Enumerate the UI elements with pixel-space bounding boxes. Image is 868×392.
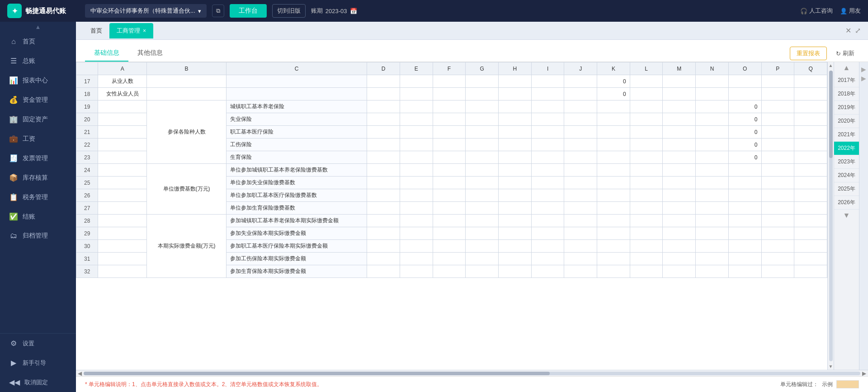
cell-i[interactable] bbox=[531, 164, 564, 177]
cell-n[interactable] bbox=[696, 253, 729, 265]
cell-l[interactable] bbox=[630, 202, 663, 215]
copy-icon-btn[interactable]: ⧉ bbox=[212, 5, 224, 17]
cell-k[interactable] bbox=[597, 164, 630, 177]
spreadsheet-container[interactable]: A B C D E F G H I J K L M bbox=[76, 62, 827, 370]
cell-g[interactable] bbox=[466, 265, 499, 278]
user-avatar[interactable]: 👤 用友 bbox=[840, 7, 861, 15]
tab-close-icon[interactable]: × bbox=[143, 28, 146, 34]
cell-n[interactable] bbox=[696, 202, 729, 215]
cell-m[interactable] bbox=[663, 126, 696, 139]
cell-q[interactable] bbox=[794, 88, 827, 100]
cell-q[interactable] bbox=[794, 164, 827, 177]
h-scroll-track[interactable] bbox=[84, 372, 860, 375]
cell-i[interactable] bbox=[531, 253, 564, 265]
v-scroll-thumb[interactable] bbox=[829, 71, 833, 158]
reset-report-button[interactable]: 重置报表 bbox=[790, 47, 827, 60]
cell-f[interactable] bbox=[433, 75, 466, 88]
cell-j[interactable] bbox=[564, 202, 597, 215]
cell-h[interactable] bbox=[499, 88, 532, 100]
cell-p[interactable] bbox=[761, 88, 794, 100]
year-button[interactable]: 2026年 bbox=[834, 196, 859, 210]
cell-a[interactable] bbox=[98, 227, 147, 240]
cell-c[interactable]: 单位参加职工基本医疗保险缴费基数 bbox=[226, 189, 367, 202]
cell-l[interactable] bbox=[630, 88, 663, 100]
cell-q[interactable] bbox=[794, 126, 827, 139]
cell-p[interactable] bbox=[761, 265, 794, 278]
cell-e[interactable] bbox=[400, 100, 433, 113]
cell-l[interactable] bbox=[630, 177, 663, 189]
sidebar-item-unfix[interactable]: ◀◀ 取消固定 bbox=[0, 373, 76, 392]
cell-p[interactable] bbox=[761, 139, 794, 151]
cell-o[interactable] bbox=[728, 253, 761, 265]
close-window-icon[interactable]: ✕ bbox=[845, 26, 851, 35]
cell-c[interactable]: 单位参加失业保险缴费基数 bbox=[226, 177, 367, 189]
cell-c[interactable]: 单位参加生育保险缴费基数 bbox=[226, 202, 367, 215]
year-button[interactable]: 2017年 bbox=[834, 74, 859, 87]
cell-f[interactable] bbox=[433, 177, 466, 189]
cell-g[interactable] bbox=[466, 100, 499, 113]
cell-e[interactable] bbox=[400, 126, 433, 139]
cell-e[interactable] bbox=[400, 265, 433, 278]
cell-a[interactable] bbox=[98, 202, 147, 215]
v-scroll-track[interactable] bbox=[829, 71, 833, 361]
cell-n[interactable] bbox=[696, 113, 729, 126]
cell-g[interactable] bbox=[466, 126, 499, 139]
cell-i[interactable] bbox=[531, 177, 564, 189]
cell-n[interactable] bbox=[696, 164, 729, 177]
cell-j[interactable] bbox=[564, 139, 597, 151]
cell-f[interactable] bbox=[433, 113, 466, 126]
cell-k[interactable] bbox=[597, 100, 630, 113]
cell-f[interactable] bbox=[433, 151, 466, 164]
cell-m[interactable] bbox=[663, 189, 696, 202]
cell-c[interactable]: 参加工伤保险本期实际缴费金额 bbox=[226, 253, 367, 265]
cell-k[interactable] bbox=[597, 177, 630, 189]
cell-k[interactable] bbox=[597, 113, 630, 126]
cell-n[interactable] bbox=[696, 215, 729, 227]
cell-j[interactable] bbox=[564, 177, 597, 189]
cell-q[interactable] bbox=[794, 75, 827, 88]
cell-i[interactable] bbox=[531, 100, 564, 113]
cell-q[interactable] bbox=[794, 100, 827, 113]
cell-d[interactable] bbox=[367, 227, 400, 240]
cell-q[interactable] bbox=[794, 202, 827, 215]
cell-k[interactable]: 0 bbox=[597, 75, 630, 88]
cell-g[interactable] bbox=[466, 202, 499, 215]
sidebar-item-home[interactable]: ⌂ 首页 bbox=[0, 32, 76, 51]
sidebar-item-settings[interactable]: ⚙ 设置 bbox=[0, 334, 76, 353]
cell-f[interactable] bbox=[433, 100, 466, 113]
cell-h[interactable] bbox=[499, 202, 532, 215]
cell-c[interactable]: 参加生育保险本期实际缴费金额 bbox=[226, 265, 367, 278]
cell-d[interactable] bbox=[367, 113, 400, 126]
cell-a[interactable]: 从业人数 bbox=[98, 75, 147, 88]
cell-d[interactable] bbox=[367, 240, 400, 253]
cell-e[interactable] bbox=[400, 240, 433, 253]
cell-d[interactable] bbox=[367, 100, 400, 113]
sidebar-item-reports[interactable]: 📊 报表中心 bbox=[0, 71, 76, 90]
cell-n[interactable] bbox=[696, 88, 729, 100]
cell-f[interactable] bbox=[433, 126, 466, 139]
sidebar-item-invoice[interactable]: 🧾 发票管理 bbox=[0, 148, 76, 168]
cell-o[interactable]: 0 bbox=[728, 113, 761, 126]
cell-o[interactable] bbox=[728, 265, 761, 278]
cell-d[interactable] bbox=[367, 164, 400, 177]
cell-p[interactable] bbox=[761, 202, 794, 215]
cell-a[interactable] bbox=[98, 164, 147, 177]
cell-a[interactable] bbox=[98, 113, 147, 126]
cell-n[interactable] bbox=[696, 177, 729, 189]
year-panel-down[interactable]: ▼ bbox=[834, 210, 859, 221]
cell-p[interactable] bbox=[761, 189, 794, 202]
year-button[interactable]: 2020年 bbox=[834, 115, 859, 128]
cell-j[interactable] bbox=[564, 215, 597, 227]
cell-m[interactable] bbox=[663, 139, 696, 151]
cell-e[interactable] bbox=[400, 189, 433, 202]
sidebar-item-closing[interactable]: ✅ 结账 bbox=[0, 207, 76, 226]
cell-d[interactable] bbox=[367, 88, 400, 100]
cell-m[interactable] bbox=[663, 227, 696, 240]
cell-q[interactable] bbox=[794, 139, 827, 151]
cell-q[interactable] bbox=[794, 253, 827, 265]
cell-q[interactable] bbox=[794, 265, 827, 278]
cell-f[interactable] bbox=[433, 215, 466, 227]
cell-i[interactable] bbox=[531, 139, 564, 151]
cell-f[interactable] bbox=[433, 240, 466, 253]
cell-p[interactable] bbox=[761, 100, 794, 113]
